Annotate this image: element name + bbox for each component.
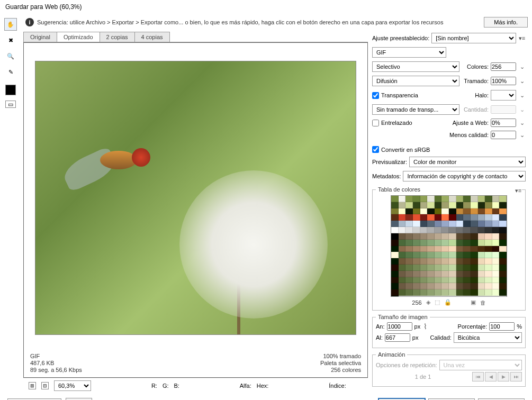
color-swatch[interactable] (427, 240, 435, 246)
color-swatch[interactable] (485, 227, 492, 233)
color-swatch[interactable] (449, 246, 456, 252)
color-swatch[interactable] (435, 289, 442, 296)
color-swatch[interactable] (492, 233, 500, 240)
color-swatch[interactable] (463, 196, 471, 202)
color-swatch[interactable] (492, 246, 500, 252)
tab-2up[interactable]: 2 copias (100, 32, 135, 42)
color-swatch[interactable] (413, 208, 420, 215)
color-swatch[interactable] (413, 221, 420, 227)
color-swatch[interactable] (435, 196, 442, 202)
color-swatch[interactable] (463, 221, 471, 227)
color-swatch[interactable] (492, 240, 500, 246)
tab-original[interactable]: Original (23, 32, 57, 42)
color-swatch[interactable] (485, 265, 492, 271)
color-swatch[interactable] (420, 283, 428, 289)
interlaced-checkbox[interactable] (372, 120, 379, 126)
color-swatch[interactable] (463, 252, 471, 258)
color-swatch[interactable] (391, 214, 399, 221)
color-swatch[interactable] (441, 196, 449, 202)
color-table-grid[interactable] (391, 195, 507, 297)
color-swatch[interactable] (499, 221, 507, 227)
color-swatch[interactable] (399, 240, 406, 246)
color-swatch[interactable] (405, 252, 413, 258)
dither-stepper-icon[interactable]: ⌄ (518, 78, 526, 85)
color-swatch[interactable] (405, 277, 413, 284)
color-swatch[interactable] (499, 196, 507, 202)
matte-stepper-icon[interactable]: ⌄ (518, 92, 526, 99)
color-swatch[interactable] (405, 214, 413, 221)
color-swatch[interactable] (420, 252, 428, 258)
color-swatch[interactable] (441, 271, 449, 277)
color-swatch[interactable] (413, 283, 420, 289)
zoom-select[interactable]: 60,3% (54, 380, 91, 391)
color-swatch[interactable] (471, 202, 478, 208)
color-swatch[interactable] (413, 202, 420, 208)
grid-icon[interactable]: ⊞ (29, 382, 36, 389)
color-swatch[interactable] (441, 265, 449, 271)
preset-menu-icon[interactable]: ▾≡ (518, 35, 526, 42)
preset-select[interactable]: [Sin nombre] (431, 33, 516, 43)
color-swatch[interactable] (471, 289, 478, 296)
color-swatch[interactable] (391, 246, 399, 252)
color-swatch[interactable] (499, 277, 507, 284)
color-swatch[interactable] (413, 240, 420, 246)
color-swatch[interactable] (449, 221, 456, 227)
color-swatch[interactable] (399, 277, 406, 284)
color-swatch[interactable] (441, 277, 449, 284)
color-swatch[interactable] (456, 214, 464, 221)
color-swatch[interactable] (413, 233, 420, 240)
color-swatch[interactable] (427, 258, 435, 265)
color-swatch[interactable] (405, 240, 413, 246)
color-swatch[interactable] (435, 240, 442, 246)
color-swatch[interactable] (492, 227, 500, 233)
color-swatch[interactable] (456, 265, 464, 271)
color-swatch[interactable] (449, 283, 456, 289)
color-swatch[interactable] (413, 277, 420, 284)
color-swatch[interactable] (463, 283, 471, 289)
color-swatch[interactable] (420, 214, 428, 221)
color-swatch[interactable] (456, 283, 464, 289)
color-swatch[interactable] (485, 271, 492, 277)
color-swatch[interactable] (478, 258, 485, 265)
color-swatch[interactable] (435, 258, 442, 265)
color-swatch[interactable] (399, 283, 406, 289)
color-swatch[interactable] (471, 265, 478, 271)
color-swatch[interactable] (463, 246, 471, 252)
color-swatch[interactable] (485, 208, 492, 215)
color-swatch[interactable] (427, 196, 435, 202)
color-swatch[interactable] (485, 289, 492, 296)
color-swatch[interactable] (471, 233, 478, 240)
color-swatch[interactable] (441, 246, 449, 252)
color-swatch[interactable] (449, 258, 456, 265)
dither-input[interactable] (491, 77, 516, 85)
color-swatch[interactable] (420, 202, 428, 208)
color-swatch[interactable] (492, 289, 500, 296)
color-swatch[interactable] (435, 277, 442, 284)
color-swatch[interactable] (399, 221, 406, 227)
color-swatch[interactable] (449, 227, 456, 233)
color-swatch[interactable] (413, 227, 420, 233)
color-swatch[interactable] (478, 289, 485, 296)
color-swatch[interactable] (456, 202, 464, 208)
color-swatch[interactable] (441, 214, 449, 221)
color-swatch[interactable] (499, 246, 507, 252)
color-swatch[interactable] (456, 252, 464, 258)
color-swatch[interactable] (456, 221, 464, 227)
color-swatch[interactable] (478, 202, 485, 208)
color-swatch[interactable] (441, 227, 449, 233)
preview-select[interactable]: Color de monitor (409, 157, 526, 167)
color-swatch[interactable] (441, 202, 449, 208)
color-swatch[interactable] (492, 214, 500, 221)
color-swatch[interactable] (463, 277, 471, 284)
color-swatch[interactable] (399, 202, 406, 208)
lossy-stepper-icon[interactable]: ⌄ (518, 132, 526, 139)
dither-select[interactable]: Difusión (372, 76, 459, 86)
color-swatch[interactable] (456, 246, 464, 252)
eyedropper-color-swatch[interactable] (5, 85, 16, 95)
color-swatch[interactable] (463, 214, 471, 221)
color-swatch[interactable] (427, 265, 435, 271)
color-swatch[interactable] (449, 271, 456, 277)
color-swatch[interactable] (463, 202, 471, 208)
color-swatch[interactable] (435, 221, 442, 227)
color-swatch[interactable] (391, 221, 399, 227)
